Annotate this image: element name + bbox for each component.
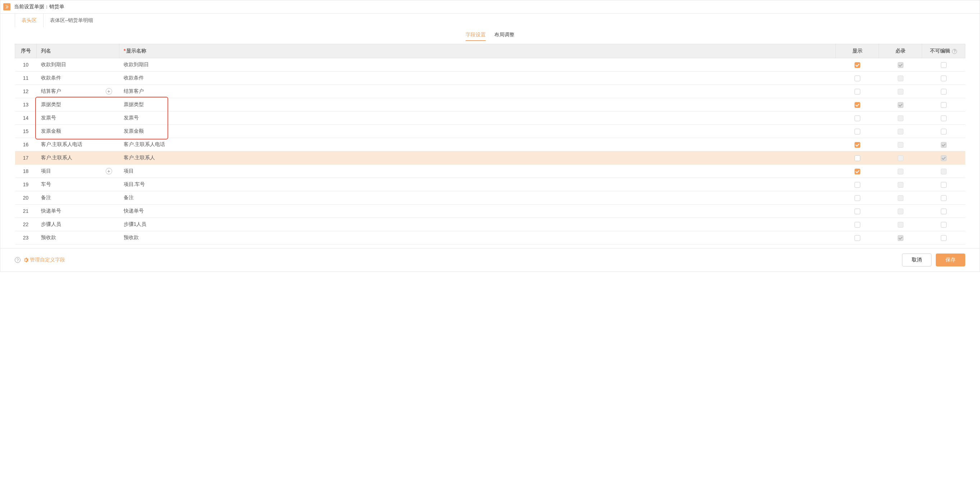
cell-show xyxy=(836,98,879,111)
table-row[interactable]: 12结算客户+结算客户 xyxy=(15,85,965,98)
cell-display[interactable]: 预收款 xyxy=(119,231,836,245)
cell-locked xyxy=(922,111,965,125)
plus-icon[interactable]: + xyxy=(106,88,112,95)
checkbox[interactable] xyxy=(854,195,860,201)
checkbox xyxy=(941,169,947,174)
sub-tabs: 字段设置布局调整 xyxy=(0,27,980,44)
cell-display[interactable]: 项目 xyxy=(119,165,836,178)
table-row[interactable]: 14发票号发票号 xyxy=(15,111,965,125)
cell-display[interactable]: 客户.主联系人电话 xyxy=(119,138,836,151)
cell-display[interactable]: 收款到期日 xyxy=(119,58,836,72)
table-header-row: 序号 列名 *显示名称 显示 必录 不可编辑 ? xyxy=(15,44,965,58)
cell-display[interactable]: 快递单号 xyxy=(119,205,836,218)
table-row[interactable]: 15发票金额发票金额 xyxy=(15,125,965,138)
table-row[interactable]: 10收款到期日收款到期日 xyxy=(15,58,965,72)
checkbox[interactable] xyxy=(854,62,860,68)
cell-name: 预收款 xyxy=(37,231,119,245)
checkbox[interactable] xyxy=(941,235,947,241)
footer-left: ? 管理自定义字段 xyxy=(15,257,65,263)
checkbox[interactable] xyxy=(941,89,947,95)
checkbox[interactable] xyxy=(941,209,947,214)
col-seq: 序号 xyxy=(15,44,37,58)
footer: ? 管理自定义字段 取消 保存 xyxy=(0,248,980,271)
cell-display[interactable]: 项目.车号 xyxy=(119,178,836,191)
col-name: 列名 xyxy=(37,44,119,58)
checkbox[interactable] xyxy=(854,235,860,241)
expand-icon[interactable] xyxy=(3,3,10,10)
cell-display[interactable]: 结算客户 xyxy=(119,85,836,98)
table-row[interactable]: 17客户.主联系人客户.主联系人 xyxy=(15,151,965,165)
checkbox[interactable] xyxy=(941,195,947,201)
cell-seq: 23 xyxy=(15,231,37,245)
cell-required xyxy=(879,165,922,178)
cell-name: 快递单号 xyxy=(37,205,119,218)
checkbox[interactable] xyxy=(941,115,947,121)
checkbox[interactable] xyxy=(941,75,947,81)
checkbox[interactable] xyxy=(854,209,860,214)
cell-locked xyxy=(922,191,965,205)
plus-icon[interactable]: + xyxy=(106,168,112,174)
checkbox[interactable] xyxy=(854,129,860,134)
checkbox[interactable] xyxy=(941,182,947,188)
cell-locked xyxy=(922,178,965,191)
checkbox[interactable] xyxy=(854,169,860,174)
cell-required xyxy=(879,191,922,205)
checkbox[interactable] xyxy=(854,155,860,161)
checkbox[interactable] xyxy=(854,89,860,95)
checkbox[interactable] xyxy=(854,142,860,148)
cell-show xyxy=(836,125,879,138)
save-button[interactable]: 保存 xyxy=(936,253,965,266)
tab-main-0[interactable]: 表头区 xyxy=(15,14,43,27)
tab-sub-1[interactable]: 布局调整 xyxy=(494,32,514,41)
table-row[interactable]: 11收款条件收款条件 xyxy=(15,72,965,85)
checkbox xyxy=(898,62,904,68)
checkbox[interactable] xyxy=(854,222,860,228)
table-row[interactable]: 22步骤人员步骤1人员 xyxy=(15,218,965,231)
cell-name: 客户.主联系人电话 xyxy=(37,138,119,151)
cell-show xyxy=(836,165,879,178)
table-row[interactable]: 18项目+项目 xyxy=(15,165,965,178)
cell-display[interactable]: 客户.主联系人 xyxy=(119,151,836,165)
cell-name: 发票金额 xyxy=(37,125,119,138)
cell-show xyxy=(836,58,879,72)
tab-main-1[interactable]: 表体区–销货单明细 xyxy=(43,14,100,27)
help-icon[interactable]: ? xyxy=(952,49,957,54)
checkbox xyxy=(898,102,904,108)
table-row[interactable]: 20备注备注 xyxy=(15,191,965,205)
table-row[interactable]: 13票据类型票据类型 xyxy=(15,98,965,111)
checkbox[interactable] xyxy=(854,182,860,188)
cell-locked xyxy=(922,72,965,85)
cell-display[interactable]: 发票号 xyxy=(119,111,836,125)
page-container: 当前设置单据： 销货单 表头区表体区–销货单明细 字段设置布局调整 序号 列名 … xyxy=(0,0,980,272)
table-row[interactable]: 16客户.主联系人电话客户.主联系人电话 xyxy=(15,138,965,151)
cell-seq: 20 xyxy=(15,191,37,205)
cell-seq: 13 xyxy=(15,98,37,111)
footer-help-icon[interactable]: ? xyxy=(15,257,21,263)
checkbox[interactable] xyxy=(941,62,947,68)
table-row[interactable]: 19车号项目.车号 xyxy=(15,178,965,191)
cell-locked xyxy=(922,218,965,231)
cell-name: 项目+ xyxy=(37,165,119,178)
manage-custom-fields-link[interactable]: 管理自定义字段 xyxy=(23,257,65,263)
cell-display[interactable]: 票据类型 xyxy=(119,98,836,111)
cancel-button[interactable]: 取消 xyxy=(902,253,931,266)
checkbox[interactable] xyxy=(941,102,947,108)
checkbox[interactable] xyxy=(854,102,860,108)
checkbox[interactable] xyxy=(941,129,947,134)
cell-display[interactable]: 发票金额 xyxy=(119,125,836,138)
checkbox[interactable] xyxy=(941,222,947,228)
cell-display[interactable]: 步骤1人员 xyxy=(119,218,836,231)
cell-display[interactable]: 收款条件 xyxy=(119,72,836,85)
table-row[interactable]: 21快递单号快递单号 xyxy=(15,205,965,218)
table-row[interactable]: 23预收款预收款 xyxy=(15,231,965,245)
header-prefix: 当前设置单据： xyxy=(14,3,49,10)
cell-seq: 15 xyxy=(15,125,37,138)
checkbox[interactable] xyxy=(854,115,860,121)
cell-seq: 22 xyxy=(15,218,37,231)
tab-sub-0[interactable]: 字段设置 xyxy=(466,32,486,41)
checkbox[interactable] xyxy=(854,75,860,81)
cell-name: 收款到期日 xyxy=(37,58,119,72)
cell-locked xyxy=(922,58,965,72)
cell-display[interactable]: 备注 xyxy=(119,191,836,205)
cell-show xyxy=(836,72,879,85)
